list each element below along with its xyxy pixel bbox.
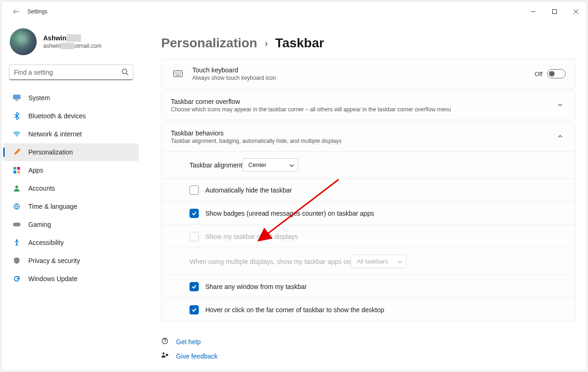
svg-point-8: [15, 186, 18, 188]
svg-rect-3: [15, 100, 18, 101]
brush-icon: [13, 148, 21, 156]
svg-point-14: [163, 353, 164, 354]
profile-block[interactable]: Ashwinxxxx ashwinxxxxxotmail.com: [1, 26, 141, 63]
chevron-down-icon: [289, 162, 294, 169]
taskbar-alignment-row: Taskbar alignment Center: [162, 151, 575, 178]
alignment-dropdown[interactable]: Center: [242, 158, 298, 172]
taskbar-behaviors-header[interactable]: Taskbar behaviors Taskbar alignment, bad…: [162, 122, 575, 151]
profile-email: ashwinxxxxxotmail.com: [43, 43, 101, 49]
svg-rect-10: [13, 223, 20, 226]
profile-name: Ashwinxxxx: [43, 34, 101, 42]
apps-icon: [13, 166, 21, 174]
gamepad-icon: [13, 220, 21, 229]
update-icon: [13, 275, 21, 283]
all-displays-row: Show my taskbar on all displays: [162, 224, 575, 248]
nav-apps[interactable]: Apps: [3, 161, 139, 179]
hover-corner-row[interactable]: Hover or click on the far corner of task…: [162, 298, 575, 321]
svg-rect-6: [13, 171, 16, 173]
touch-keyboard-row[interactable]: Touch keyboard Always show touch keyboar…: [162, 59, 575, 88]
minimize-button[interactable]: [523, 5, 544, 19]
checkbox-disabled: [189, 232, 199, 241]
share-window-row[interactable]: Share any window from my taskbar: [162, 275, 575, 298]
accessibility-icon: [13, 238, 21, 247]
shield-icon: [13, 257, 21, 265]
back-button[interactable]: [10, 5, 23, 18]
nav-personalization[interactable]: Personalization: [3, 143, 139, 161]
help-icon: [161, 337, 170, 346]
feedback-icon: [161, 352, 170, 360]
nav-accounts[interactable]: Accounts: [3, 180, 139, 197]
search-input[interactable]: [9, 64, 133, 80]
chevron-right-icon: ›: [265, 38, 268, 49]
touch-keyboard-toggle[interactable]: Off: [535, 69, 566, 78]
svg-rect-7: [17, 171, 20, 173]
show-badges-row[interactable]: Show badges (unread messages counter) on…: [162, 201, 575, 224]
nav-windows-update[interactable]: Windows Update: [3, 270, 139, 288]
wifi-icon: [13, 130, 21, 138]
search-icon: [121, 68, 129, 77]
auto-hide-row[interactable]: Automatically hide the taskbar: [162, 178, 575, 201]
monitor-icon: [13, 94, 21, 102]
corner-overflow-row[interactable]: Taskbar corner overflow Choose which ico…: [162, 91, 575, 120]
multi-display-row: When using multiple displays, show my ta…: [162, 248, 575, 275]
chevron-down-icon: [398, 259, 402, 266]
get-help-link[interactable]: Get help: [161, 334, 575, 349]
toggle-switch-off: [547, 69, 566, 78]
svg-point-1: [122, 69, 127, 74]
close-button[interactable]: [565, 5, 587, 19]
chevron-up-icon: [555, 133, 566, 141]
keyboard-icon: [173, 71, 183, 77]
chevron-down-icon: [555, 101, 566, 109]
svg-rect-2: [13, 95, 20, 99]
give-feedback-link[interactable]: Give feedback: [161, 349, 575, 363]
checkbox-checked[interactable]: [189, 305, 199, 314]
nav-time-language[interactable]: Time & language: [3, 198, 139, 215]
window-title: Settings: [27, 8, 47, 15]
nav-list: System Bluetooth & devices Network & int…: [1, 89, 141, 288]
nav-network[interactable]: Network & internet: [3, 125, 139, 143]
checkbox-unchecked[interactable]: [189, 186, 199, 195]
nav-accessibility[interactable]: Accessibility: [3, 234, 139, 251]
multi-display-dropdown: All taskbars: [351, 255, 406, 268]
checkbox-checked[interactable]: [189, 282, 199, 291]
nav-privacy[interactable]: Privacy & security: [3, 252, 139, 269]
checkbox-checked[interactable]: [189, 209, 199, 218]
nav-system[interactable]: System: [3, 89, 139, 107]
svg-rect-0: [553, 10, 557, 14]
maximize-button[interactable]: [544, 5, 565, 19]
svg-rect-5: [17, 167, 20, 170]
nav-gaming[interactable]: Gaming: [3, 216, 139, 233]
breadcrumb-parent[interactable]: Personalization: [161, 36, 257, 51]
globe-icon: [13, 202, 21, 211]
person-icon: [13, 184, 21, 192]
svg-point-11: [16, 239, 18, 241]
breadcrumb: Personalization › Taskbar: [161, 36, 575, 51]
svg-rect-4: [13, 167, 16, 170]
bluetooth-icon: [13, 112, 21, 120]
avatar: [10, 28, 37, 55]
nav-bluetooth[interactable]: Bluetooth & devices: [3, 107, 139, 125]
breadcrumb-current: Taskbar: [275, 36, 324, 51]
